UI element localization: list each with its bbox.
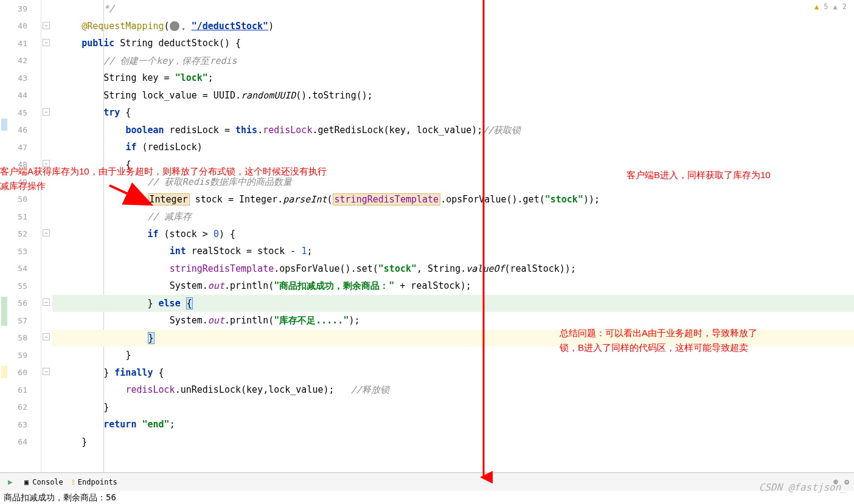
fold-marker[interactable]: −	[43, 299, 50, 306]
watermark-text: CSDN @fastjson_	[759, 482, 847, 493]
fold-marker[interactable]: −	[43, 22, 50, 29]
fold-marker[interactable]: −	[43, 108, 50, 116]
fold-column: − − − − − − − −	[41, 0, 52, 472]
fold-marker[interactable]: −	[43, 39, 50, 46]
warning-icon: ▲	[814, 2, 819, 11]
code-content[interactable]: */ @RequestMapping( "/deductStock") publ…	[52, 0, 854, 472]
line-number: 45	[0, 104, 41, 122]
fold-marker[interactable]: −	[43, 368, 50, 375]
line-number: 42	[0, 52, 41, 70]
line-number: 58	[0, 330, 41, 347]
line-number: 53	[0, 243, 41, 260]
line-number: 61	[0, 381, 41, 399]
line-number: 41	[0, 35, 41, 52]
annotation-summary: 总结问题：可以看出A由于业务超时，导致释放了 锁，B进入了同样的代码区，这样可能…	[560, 326, 757, 355]
endpoints-tab[interactable]: ⟟ Endpoints	[72, 478, 117, 486]
line-number: 59	[0, 347, 41, 364]
inspection-summary[interactable]: ▲5 ▲2	[814, 2, 847, 11]
line-number: 57	[0, 312, 41, 330]
annotation-client-b: 客户端B进入，同样获取了库存为10	[627, 168, 771, 182]
run-tool-icon[interactable]: ▶	[5, 477, 16, 488]
line-number: 47	[0, 139, 41, 156]
arrow-vertical	[474, 0, 493, 486]
line-number: 46	[0, 122, 41, 139]
line-number: 63	[0, 416, 41, 433]
line-number: 60	[0, 364, 41, 382]
endpoints-icon: ⟟	[72, 478, 74, 486]
line-number: 51	[0, 208, 41, 226]
line-number: 62	[0, 399, 41, 416]
line-number: 54	[0, 260, 41, 278]
console-output-line: 商品扣减成功，剩余商品：56	[0, 491, 854, 504]
weak-warning-icon: ▲	[833, 2, 838, 11]
line-number-gutter: 39 40 41 42 43 44 45 46 47 48 49 50 51 5…	[0, 0, 41, 472]
fold-marker[interactable]: −	[43, 229, 50, 236]
line-number: 44	[0, 87, 41, 105]
terminal-icon: ▣	[24, 478, 29, 486]
globe-icon[interactable]	[170, 21, 179, 31]
line-number: 39	[0, 0, 41, 18]
line-number: 52	[0, 226, 41, 243]
line-number: 56	[0, 295, 41, 312]
bottom-tool-panel: ▶ ▣ Console ⟟ Endpoints ⊕ ⚙	[0, 472, 854, 491]
annotation-client-a: 客户端A获得库存为10，由于业务超时，则释放了分布式锁，这个时候还没有执行 减库…	[0, 164, 327, 193]
line-number: 55	[0, 277, 41, 295]
line-number: 64	[0, 433, 41, 451]
line-number: 43	[0, 69, 41, 87]
console-tab[interactable]: ▣ Console	[24, 478, 63, 486]
fold-marker[interactable]: −	[43, 333, 50, 340]
editor-pane: 39 40 41 42 43 44 45 46 47 48 49 50 51 5…	[0, 0, 854, 472]
line-number: 40	[0, 18, 41, 35]
